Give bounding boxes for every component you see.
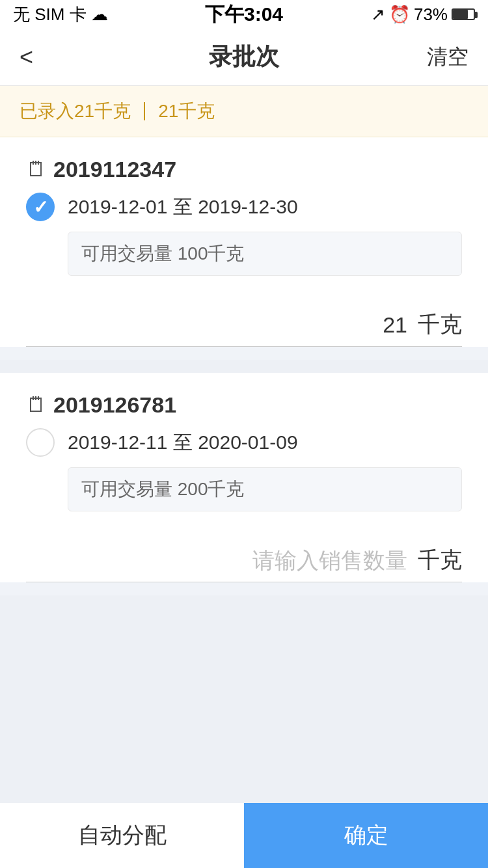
summary-bar: 已录入21千克 21千克 (0, 86, 488, 137)
batch-item-1: 🗒 2019112347 2019-12-01 至 2019-12-30 可用交… (0, 137, 488, 295)
auto-distribute-button[interactable]: 自动分配 (0, 803, 244, 868)
total-label: 21千克 (158, 99, 215, 124)
input-wrapper-1: 千克 (0, 295, 488, 347)
input-wrapper-2: 千克 (0, 531, 488, 582)
status-time: 下午3:04 (205, 1, 283, 28)
battery-icon (452, 8, 475, 20)
batch-date-row-2[interactable]: 2019-12-11 至 2020-01-09 (26, 428, 462, 457)
summary-divider (144, 102, 145, 120)
batch-doc-icon-2: 🗒 (26, 393, 47, 417)
batch-qty-bar-1: 可用交易量 100千克 (68, 232, 462, 276)
bottom-bar: 自动分配 确定 (0, 803, 488, 868)
batch-item-2: 🗒 2019126781 2019-12-11 至 2020-01-09 可用交… (0, 373, 488, 531)
unit-label-1: 千克 (418, 310, 462, 340)
back-button[interactable]: < (20, 44, 33, 71)
alarm-icon: ⏰ (389, 5, 410, 25)
batch-date-1: 2019-12-01 至 2019-12-30 (68, 194, 298, 221)
input-underline-1 (26, 346, 462, 347)
quantity-input-2[interactable] (212, 548, 407, 573)
clear-button[interactable]: 清空 (427, 43, 468, 72)
status-bar: 无 SIM 卡 ☁ 下午3:04 ↗ ⏰ 73% (0, 0, 488, 29)
batch-date-2: 2019-12-11 至 2020-01-09 (68, 429, 298, 456)
status-left: 无 SIM 卡 ☁ (13, 3, 108, 26)
radio-checked-1[interactable] (26, 193, 55, 221)
batch-id-row-1: 🗒 2019112347 (26, 157, 462, 182)
page-title: 录批次 (209, 41, 279, 73)
location-icon: ↗ (371, 5, 385, 25)
separator-1 (0, 360, 488, 373)
unit-label-2: 千克 (418, 545, 462, 575)
quantity-input-1[interactable] (212, 312, 407, 338)
batch-id-2: 2019126781 (53, 392, 176, 418)
status-right: ↗ ⏰ 73% (371, 5, 475, 25)
radio-unchecked-2[interactable] (26, 428, 55, 457)
batch-doc-icon-1: 🗒 (26, 157, 47, 182)
input-line-2: 千克 (0, 531, 488, 582)
batch-date-row-1[interactable]: 2019-12-01 至 2019-12-30 (26, 193, 462, 221)
no-sim-label: 无 SIM 卡 ☁ (13, 3, 108, 26)
batch-id-row-2: 🗒 2019126781 (26, 392, 462, 418)
nav-bar: < 录批次 清空 (0, 29, 488, 86)
recorded-label: 已录入21千克 (20, 99, 131, 124)
confirm-button[interactable]: 确定 (244, 803, 488, 868)
input-line-1: 千克 (0, 295, 488, 346)
battery-label: 73% (414, 5, 448, 25)
input-underline-2 (26, 582, 462, 582)
batch-id-1: 2019112347 (53, 157, 176, 182)
batch-qty-bar-2: 可用交易量 200千克 (68, 467, 462, 511)
